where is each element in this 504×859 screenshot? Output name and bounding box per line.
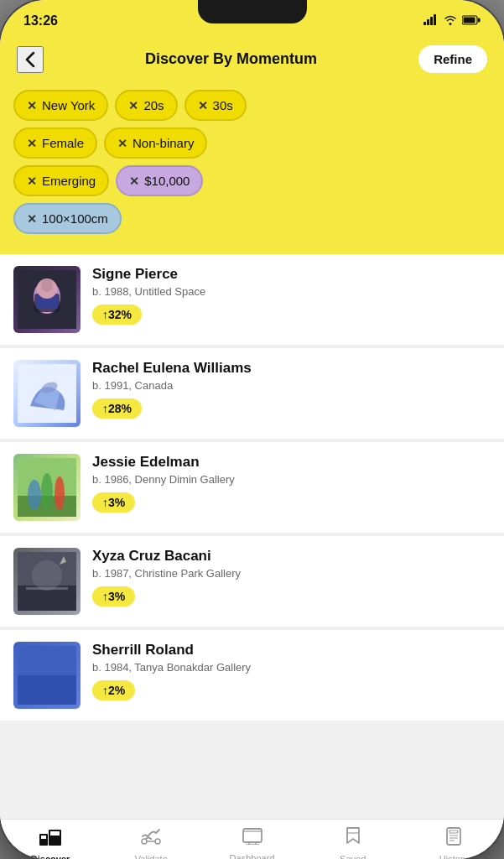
- filter-chip-emerging[interactable]: ✕ Emerging: [13, 165, 109, 196]
- svg-point-19: [41, 473, 53, 510]
- artist-bio-1: b. 1988, Untitled Space: [92, 285, 491, 298]
- page-title: Discover By Momentum: [145, 50, 317, 68]
- nav-item-validate[interactable]: Validate: [101, 827, 201, 859]
- chip-label: New York: [42, 98, 95, 112]
- filter-chip-price[interactable]: ✕ $10,000: [116, 165, 203, 196]
- svg-rect-1: [427, 19, 429, 25]
- chip-label: $10,000: [144, 174, 190, 188]
- svg-rect-3: [434, 14, 436, 25]
- close-icon: ✕: [129, 174, 139, 188]
- chip-label: Non-binary: [132, 136, 194, 150]
- chip-label: 20s: [143, 98, 164, 112]
- svg-point-17: [28, 480, 41, 510]
- battery-icon: [462, 15, 481, 28]
- history-icon: [444, 827, 463, 851]
- svg-rect-39: [449, 830, 458, 833]
- artist-bio-5: b. 1984, Tanya Bonakdar Gallery: [92, 661, 491, 674]
- wifi-icon: [444, 14, 457, 28]
- svg-rect-5: [464, 17, 475, 23]
- status-icons: [423, 14, 481, 28]
- filter-row-4: ✕ 100×100cm: [13, 203, 491, 234]
- nav-item-discover[interactable]: Discover: [0, 827, 101, 859]
- artist-name-4: Xyza Cruz Bacani: [92, 548, 491, 565]
- svg-rect-25: [18, 675, 76, 705]
- artwork-image-4: [13, 548, 81, 615]
- artist-card-2[interactable]: Rachel Eulena Williams b. 1991, Canada ↑…: [0, 348, 504, 439]
- artwork-image-1: [13, 266, 81, 333]
- filter-chip-non-binary[interactable]: ✕ Non-binary: [104, 128, 207, 159]
- chip-label: Female: [42, 136, 84, 150]
- artwork-image-3: [13, 454, 81, 521]
- artist-name-3: Jessie Edelman: [92, 454, 491, 471]
- artist-thumbnail-2: [13, 360, 81, 427]
- artist-card-1[interactable]: Signe Pierce b. 1988, Untitled Space ↑32…: [0, 254, 504, 345]
- close-icon: ✕: [128, 99, 138, 112]
- momentum-badge-3: ↑3%: [92, 492, 135, 513]
- nav-label-saved: Saved: [340, 854, 366, 859]
- artist-bio-2: b. 1991, Canada: [92, 379, 491, 392]
- filter-chip-20s[interactable]: ✕ 20s: [115, 90, 177, 121]
- close-icon: ✕: [27, 137, 37, 150]
- svg-point-31: [155, 839, 160, 844]
- svg-point-18: [55, 476, 65, 510]
- artist-name-5: Sherrill Roland: [92, 642, 491, 659]
- close-icon: ✕: [27, 99, 37, 112]
- signal-icon: [423, 14, 439, 28]
- svg-rect-0: [423, 22, 426, 25]
- artist-name-1: Signe Pierce: [92, 266, 491, 283]
- svg-rect-23: [26, 587, 68, 590]
- phone-frame: 13:26: [0, 0, 504, 859]
- discover-icon: [39, 827, 61, 851]
- refine-button[interactable]: Refine: [418, 45, 487, 73]
- artist-bio-3: b. 1986, Denny Dimin Gallery: [92, 473, 491, 486]
- nav-item-saved[interactable]: Saved: [303, 827, 403, 859]
- nav-label-history: History: [439, 854, 468, 859]
- close-icon: ✕: [198, 99, 208, 112]
- svg-rect-28: [41, 836, 46, 839]
- svg-rect-29: [50, 831, 60, 836]
- validate-icon: [140, 827, 162, 851]
- nav-item-history[interactable]: History: [403, 827, 504, 859]
- phone-screen: 13:26: [0, 0, 504, 859]
- momentum-badge-1: ↑32%: [92, 305, 142, 325]
- nav-label-discover: Discover: [31, 854, 70, 859]
- filter-row-3: ✕ Emerging ✕ $10,000: [13, 165, 491, 196]
- momentum-badge-5: ↑2%: [92, 680, 135, 700]
- filter-chip-female[interactable]: ✕ Female: [13, 128, 97, 159]
- artist-card-5[interactable]: Sherrill Roland b. 1984, Tanya Bonakdar …: [0, 630, 504, 721]
- artist-card-3[interactable]: Jessie Edelman b. 1986, Denny Dimin Gall…: [0, 442, 504, 533]
- close-icon: ✕: [117, 137, 127, 150]
- momentum-badge-4: ↑3%: [92, 586, 135, 607]
- filter-row-1: ✕ New York ✕ 20s ✕ 30s: [13, 90, 491, 121]
- bottom-nav: Discover Validate: [0, 819, 504, 859]
- svg-rect-12: [41, 279, 53, 292]
- back-button[interactable]: [17, 46, 44, 73]
- notch: [198, 0, 307, 23]
- artwork-image-5: [13, 642, 81, 709]
- svg-rect-2: [430, 17, 433, 25]
- chip-label: 100×100cm: [42, 211, 108, 226]
- filter-chip-new-york[interactable]: ✕ New York: [13, 90, 108, 121]
- svg-point-22: [32, 560, 62, 591]
- filter-chip-30s[interactable]: ✕ 30s: [184, 90, 247, 121]
- artist-thumbnail-3: [13, 454, 81, 521]
- nav-item-dashboard[interactable]: Dashboard: [201, 828, 302, 859]
- artist-info-3: Jessie Edelman b. 1986, Denny Dimin Gall…: [92, 454, 491, 513]
- filter-chip-size[interactable]: ✕ 100×100cm: [13, 203, 122, 234]
- artist-info-2: Rachel Eulena Williams b. 1991, Canada ↑…: [92, 360, 491, 419]
- artist-info-5: Sherrill Roland b. 1984, Tanya Bonakdar …: [92, 642, 491, 700]
- filters-area: ✕ New York ✕ 20s ✕ 30s ✕ Female ✕: [0, 86, 504, 254]
- artist-name-2: Rachel Eulena Williams: [92, 360, 491, 377]
- svg-rect-6: [478, 18, 481, 22]
- artist-list: Signe Pierce b. 1988, Untitled Space ↑32…: [0, 254, 504, 819]
- artist-thumbnail-5: [13, 642, 81, 709]
- artist-card-4[interactable]: Xyza Cruz Bacani b. 1987, Christine Park…: [0, 536, 504, 627]
- nav-label-validate: Validate: [135, 854, 168, 859]
- momentum-badge-2: ↑28%: [92, 398, 142, 419]
- close-icon: ✕: [27, 174, 37, 188]
- header: Discover By Momentum Refine: [0, 37, 504, 86]
- artist-bio-4: b. 1987, Christine Park Gallery: [92, 567, 491, 580]
- artist-info-4: Xyza Cruz Bacani b. 1987, Christine Park…: [92, 548, 491, 607]
- nav-label-dashboard: Dashboard: [230, 853, 275, 859]
- close-icon: ✕: [27, 212, 37, 226]
